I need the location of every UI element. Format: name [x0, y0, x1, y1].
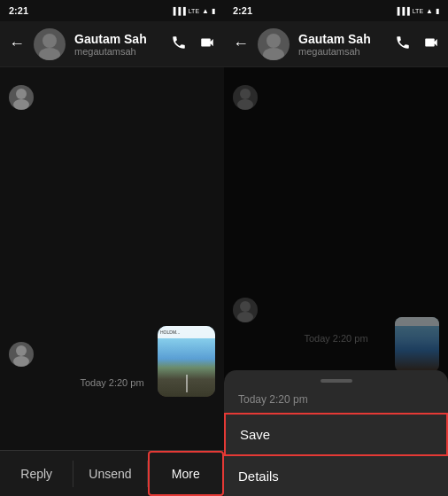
signal-icon-r: ▐▐▐	[395, 7, 410, 15]
nav-bar-left: ← Gautam Sah megautamsah	[0, 21, 224, 67]
battery-icon: ▮	[212, 7, 215, 15]
contact-username-right: megautamsah	[298, 46, 386, 57]
wifi-icon-r: ▲	[426, 7, 433, 15]
back-button-right[interactable]: ←	[233, 35, 249, 53]
status-time-right: 2:21	[233, 5, 252, 16]
svg-point-3	[13, 99, 29, 110]
call-icon-right[interactable]	[395, 35, 411, 54]
right-screen: 2:21 ▐▐▐ LTE ▲ ▮ ← Gautam Sah megautamsa…	[224, 0, 448, 496]
video-icon-right[interactable]	[423, 35, 439, 54]
video-icon-left[interactable]	[199, 35, 215, 54]
road-image	[158, 338, 215, 397]
contact-username-left: megautamsah	[74, 46, 162, 57]
image-url-bar: HOLDM...	[158, 326, 215, 338]
action-bar-left: Reply Unsend More	[0, 450, 224, 496]
unsend-button[interactable]: Unsend	[73, 451, 146, 496]
bottom-sheet: Today 2:20 pm Save Details	[224, 370, 448, 496]
svg-point-1	[39, 48, 60, 60]
more-button[interactable]: More	[148, 451, 224, 496]
road-line	[186, 375, 188, 392]
svg-point-4	[16, 345, 27, 356]
status-bar-left: 2:21 ▐▐▐ LTE ▲ ▮	[0, 0, 224, 21]
sender-avatar-top-left	[9, 85, 34, 110]
left-screen: 2:21 ▐▐▐ LTE ▲ ▮ ← Gautam Sah megautamsa…	[0, 0, 224, 496]
svg-point-6	[266, 34, 281, 48]
wifi-icon: ▲	[202, 7, 209, 15]
nav-bar-right: ← Gautam Sah megautamsah	[224, 21, 448, 67]
save-sheet-item[interactable]: Save	[224, 413, 448, 456]
nav-actions-right	[395, 35, 439, 54]
status-icons-right: ▐▐▐ LTE ▲ ▮	[395, 7, 439, 15]
data-icon-r: LTE	[413, 8, 423, 14]
contact-name-left: Gautam Sah	[74, 32, 162, 46]
nav-info-right: Gautam Sah megautamsah	[298, 32, 386, 57]
chat-area-left: Today 2:20 pm HOLDM...	[0, 67, 224, 450]
sheet-handle	[321, 379, 352, 383]
svg-point-2	[16, 89, 27, 99]
avatar-left	[34, 28, 66, 60]
signal-icon: ▐▐▐	[171, 7, 186, 15]
status-icons-left: ▐▐▐ LTE ▲ ▮	[171, 7, 215, 15]
contact-name-right: Gautam Sah	[298, 32, 386, 46]
battery-icon-r: ▮	[436, 7, 439, 15]
call-icon-left[interactable]	[171, 35, 187, 54]
reply-button[interactable]: Reply	[0, 451, 73, 496]
nav-info-left: Gautam Sah megautamsah	[74, 32, 162, 57]
status-time-left: 2:21	[9, 5, 28, 16]
sender-avatar-bottom-left	[9, 342, 34, 367]
details-sheet-item[interactable]: Details	[224, 456, 448, 496]
svg-point-5	[13, 356, 29, 367]
data-icon: LTE	[189, 8, 199, 14]
url-text: HOLDM...	[160, 329, 212, 335]
nav-actions-left	[171, 35, 215, 54]
back-button-left[interactable]: ←	[9, 35, 25, 53]
sheet-timestamp: Today 2:20 pm	[224, 390, 448, 413]
avatar-right	[258, 28, 290, 60]
status-bar-right: 2:21 ▐▐▐ LTE ▲ ▮	[224, 0, 448, 21]
svg-point-0	[42, 34, 57, 48]
image-message-left[interactable]: HOLDM...	[158, 326, 215, 397]
svg-point-7	[263, 48, 284, 60]
